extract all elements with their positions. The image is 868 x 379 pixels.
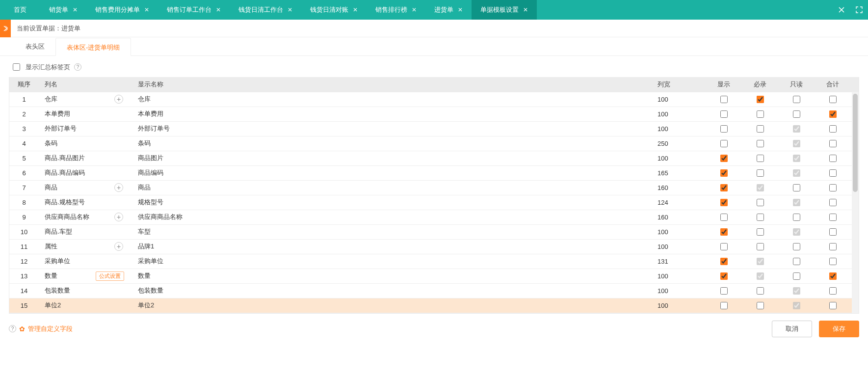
cell-dispname[interactable]: 条码: [132, 136, 652, 151]
show-summary-tab-checkbox[interactable]: [13, 63, 20, 71]
cell-dispname[interactable]: 采购单位: [132, 254, 652, 269]
table-row[interactable]: 14包装数量包装数量100: [9, 283, 859, 298]
show-checkbox[interactable]: [720, 214, 728, 221]
cell-width[interactable]: 100: [652, 107, 706, 121]
table-row[interactable]: 5商品.商品图片商品图片100: [9, 151, 859, 165]
cell-dispname[interactable]: 规格型号: [132, 195, 652, 210]
tab-6[interactable]: 进货单✕: [425, 0, 472, 20]
table-row[interactable]: 9供应商商品名称+供应商商品名称160: [9, 210, 859, 224]
tab-home[interactable]: 首页: [0, 0, 40, 20]
close-icon[interactable]: ✕: [523, 6, 528, 13]
required-checkbox[interactable]: [757, 214, 764, 221]
readonly-checkbox[interactable]: [793, 243, 800, 250]
cell-dispname[interactable]: 数量: [132, 269, 652, 283]
table-row[interactable]: 15单位2单位2100: [9, 298, 859, 313]
close-icon[interactable]: ✕: [353, 6, 358, 13]
footer-help-icon[interactable]: ?: [9, 325, 16, 332]
close-all-tabs-icon[interactable]: [833, 0, 850, 20]
cell-dispname[interactable]: 仓库: [132, 92, 652, 107]
close-icon[interactable]: ✕: [144, 6, 149, 13]
table-row[interactable]: 4条码条码250: [9, 136, 859, 151]
sum-checkbox[interactable]: [829, 214, 837, 221]
add-icon[interactable]: +: [114, 242, 123, 251]
cell-width[interactable]: 100: [652, 121, 706, 136]
table-row[interactable]: 8商品.规格型号规格型号124: [9, 195, 859, 210]
sum-checkbox[interactable]: [829, 272, 837, 280]
required-checkbox[interactable]: [757, 243, 764, 250]
table-row[interactable]: 10商品.车型车型100: [9, 224, 859, 239]
add-icon[interactable]: +: [114, 95, 123, 104]
sum-checkbox[interactable]: [829, 243, 837, 250]
cell-width[interactable]: 160: [652, 210, 706, 224]
sum-checkbox[interactable]: [829, 258, 837, 265]
add-icon[interactable]: +: [114, 183, 123, 192]
sum-checkbox[interactable]: [829, 228, 837, 236]
readonly-checkbox[interactable]: [793, 110, 800, 118]
show-checkbox[interactable]: [720, 243, 728, 250]
sum-checkbox[interactable]: [829, 140, 837, 147]
readonly-checkbox[interactable]: [793, 272, 800, 280]
required-checkbox[interactable]: [757, 110, 764, 118]
show-checkbox[interactable]: [720, 96, 728, 103]
cell-dispname[interactable]: 商品: [132, 180, 652, 195]
required-checkbox[interactable]: [757, 199, 764, 206]
table-row[interactable]: 2本单费用本单费用100: [9, 107, 859, 121]
tab-3[interactable]: 钱货日清工作台✕: [230, 0, 301, 20]
sum-checkbox[interactable]: [829, 287, 837, 295]
cell-dispname[interactable]: 品牌1: [132, 239, 652, 254]
tab-0[interactable]: 销货单✕: [40, 0, 86, 20]
formula-setting-button[interactable]: 公式设置: [96, 271, 124, 281]
required-checkbox[interactable]: [757, 140, 764, 147]
sum-checkbox[interactable]: [829, 184, 837, 191]
tab-4[interactable]: 钱货日清对账✕: [301, 0, 367, 20]
show-checkbox[interactable]: [720, 199, 728, 206]
table-row[interactable]: 11属性+品牌1100: [9, 239, 859, 254]
sum-checkbox[interactable]: [829, 199, 837, 206]
tab-1[interactable]: 销售费用分摊单✕: [86, 0, 158, 20]
table-row[interactable]: 1仓库+仓库100: [9, 92, 859, 107]
cell-dispname[interactable]: 商品图片: [132, 151, 652, 165]
sum-checkbox[interactable]: [829, 96, 837, 103]
cell-dispname[interactable]: 外部订单号: [132, 121, 652, 136]
cell-width[interactable]: 124: [652, 195, 706, 210]
tab-7[interactable]: 单据模板设置✕: [472, 0, 537, 20]
required-checkbox[interactable]: [757, 169, 764, 177]
close-icon[interactable]: ✕: [216, 6, 221, 13]
show-checkbox[interactable]: [720, 184, 728, 191]
cell-width[interactable]: 131: [652, 254, 706, 269]
fullscreen-icon[interactable]: [850, 0, 868, 20]
cancel-button[interactable]: 取消: [772, 321, 812, 337]
cell-dispname[interactable]: 商品编码: [132, 165, 652, 180]
sum-checkbox[interactable]: [829, 155, 837, 162]
cell-width[interactable]: 100: [652, 269, 706, 283]
vertical-scrollbar[interactable]: [852, 92, 859, 313]
close-icon[interactable]: ✕: [412, 6, 417, 13]
readonly-checkbox[interactable]: [793, 184, 800, 191]
add-icon[interactable]: +: [114, 213, 123, 221]
readonly-checkbox[interactable]: [793, 96, 800, 103]
readonly-checkbox[interactable]: [793, 214, 800, 221]
cell-width[interactable]: 100: [652, 239, 706, 254]
required-checkbox[interactable]: [757, 125, 764, 133]
close-icon[interactable]: ✕: [73, 6, 78, 13]
show-checkbox[interactable]: [720, 155, 728, 162]
save-button[interactable]: 保存: [819, 321, 859, 337]
table-row[interactable]: 7商品+商品160: [9, 180, 859, 195]
required-checkbox[interactable]: [757, 155, 764, 162]
manage-custom-fields-link[interactable]: 管理自定义字段: [28, 325, 73, 333]
subtab-header-area[interactable]: 表头区: [15, 37, 55, 55]
required-checkbox[interactable]: [757, 287, 764, 295]
show-checkbox[interactable]: [720, 287, 728, 295]
required-checkbox[interactable]: [757, 96, 764, 103]
sum-checkbox[interactable]: [829, 110, 837, 118]
cell-width[interactable]: 165: [652, 165, 706, 180]
show-checkbox[interactable]: [720, 140, 728, 147]
cell-dispname[interactable]: 本单费用: [132, 107, 652, 121]
sum-checkbox[interactable]: [829, 169, 837, 177]
close-icon[interactable]: ✕: [288, 6, 292, 13]
tab-2[interactable]: 销售订单工作台✕: [158, 0, 230, 20]
cell-dispname[interactable]: 包装数量: [132, 283, 652, 298]
cell-width[interactable]: 250: [652, 136, 706, 151]
subtab-body-area[interactable]: 表体区-进货单明细: [55, 38, 131, 56]
close-icon[interactable]: ✕: [458, 6, 463, 13]
